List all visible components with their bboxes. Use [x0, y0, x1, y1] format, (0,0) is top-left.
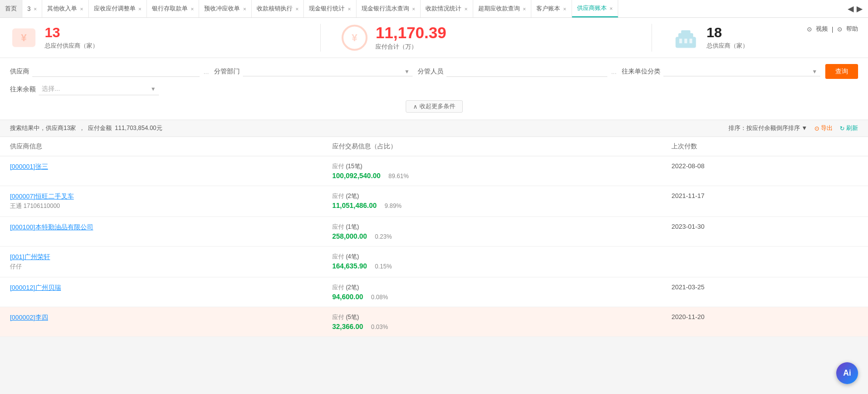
dept-select[interactable]: ▼ — [243, 67, 413, 76]
supplier-cell-2: [000007]恒旺二手叉车 王通 17106110000 — [10, 192, 332, 210]
tx-pct-2: 9.89% — [385, 202, 402, 209]
stat-payable-amount: ¥ 11,170.39 应付合计（万） — [320, 24, 651, 52]
nav-tab-prepay-ar[interactable]: 预收冲应收单 × — [199, 0, 251, 17]
supplier-dots[interactable]: ... — [204, 68, 209, 75]
nav-tab-3[interactable]: 3 × — [22, 0, 42, 17]
nav-scroll-arrows: ◀ ▶ — [842, 4, 868, 13]
nav-tab-overdue-ar-close[interactable]: × — [523, 6, 526, 12]
supplier-link-5[interactable]: [000012]广州贝瑞 — [10, 284, 61, 291]
nav-tab-cash-flow-close[interactable]: × — [412, 6, 415, 12]
nav-scroll-right[interactable]: ▶ — [855, 4, 864, 13]
export-button[interactable]: ⊙ 导出 — [814, 124, 833, 132]
table-row: [001]广州荣轩 仔仔 应付 (4笔) 164,635.90 0.15% — [0, 247, 868, 277]
category-filter: 往来单位分类 ▼ — [622, 67, 821, 76]
transaction-cell-3: 应付 (1笔) 258,000.00 0.23% — [332, 223, 671, 240]
supplier-name-3: 本特勤油品有限公司 — [35, 223, 93, 231]
nav-tab-receipt-verify[interactable]: 收款核销执行 × — [252, 0, 304, 17]
person-input[interactable] — [446, 66, 607, 77]
tx-amount-2[interactable]: 11,051,486.00 — [332, 201, 377, 209]
tx-amount-1[interactable]: 100,092,540.00 — [332, 172, 380, 180]
supplier-cell-3: [000100]本特勤油品有限公司 — [10, 223, 332, 232]
nav-tab-receipt-verify-close[interactable]: × — [295, 6, 298, 12]
nav-tab-cash-flow[interactable]: 现金银行流水查询 × — [357, 0, 421, 17]
total-suppliers-icon — [672, 24, 700, 52]
nav-tab-cash-bank-stat[interactable]: 现金银行统计 × — [304, 0, 356, 17]
supplier-code-1: [000001] — [10, 163, 35, 170]
dept-filter: 分管部门 ▼ — [214, 67, 413, 76]
nav-tab-cash-bank-stat-label: 现金银行统计 — [309, 4, 345, 13]
nav-tab-prepay-ar-close[interactable]: × — [243, 6, 246, 12]
supplier-input[interactable] — [32, 66, 200, 77]
sort-label: 排序：按应付余额倒序排序 — [728, 125, 800, 131]
result-amount-label: 应付金额 — [88, 124, 112, 132]
help-link[interactable]: 帮助 — [846, 25, 858, 33]
nav-tab-customer-ledger[interactable]: 客户账本 × — [531, 0, 572, 17]
tx-amount-3[interactable]: 258,000.00 — [332, 232, 367, 240]
supplier-contact-2: 王通 17106110000 — [10, 202, 332, 210]
supplier-link-6[interactable]: [000002]李四 — [10, 314, 48, 321]
supplier-code-5: [000012] — [10, 284, 35, 291]
supplier-link-2[interactable]: [000007]恒旺二手叉车 — [10, 193, 74, 200]
collapse-button[interactable]: ∧ 收起更多条件 — [406, 100, 463, 113]
balance-select[interactable]: 选择... ▼ — [39, 83, 159, 95]
nav-tab-other-income[interactable]: 其他收入单 × — [42, 0, 88, 17]
top-navigation: 首页 3 × 其他收入单 × 应收应付调整单 × 银行存取款单 × 预收冲应收单… — [0, 0, 868, 18]
tx-row-6: 32,366.00 0.03% — [332, 323, 671, 330]
tx-pct-1: 89.61% — [388, 173, 409, 180]
tx-label-1: 应付 (15笔) — [332, 162, 671, 171]
supplier-link-3[interactable]: [000100]本特勤油品有限公司 — [10, 223, 93, 231]
sort-button[interactable]: 排序：按应付余额倒序排序 ▼ — [728, 124, 807, 132]
tx-amount-6[interactable]: 32,366.00 — [332, 323, 363, 330]
query-button[interactable]: 查询 — [825, 64, 858, 79]
svg-rect-6 — [681, 30, 690, 35]
nav-tab-bank-deposit-close[interactable]: × — [191, 6, 194, 12]
nav-tab-customer-ledger-close[interactable]: × — [563, 6, 566, 12]
tx-amount-4[interactable]: 164,635.90 — [332, 262, 367, 270]
nav-tab-cash-bank-stat-close[interactable]: × — [348, 6, 351, 12]
nav-tab-3-close[interactable]: × — [34, 6, 37, 12]
export-label: 导出 — [821, 124, 833, 132]
refresh-button[interactable]: ↻ 刷新 — [840, 124, 858, 132]
table-row: [000002]李四 应付 (5笔) 32,366.00 0.03% 2020-… — [0, 307, 868, 337]
result-amount-separator: ， — [79, 124, 85, 132]
supplier-name-6: 李四 — [35, 314, 48, 321]
nav-tab-home[interactable]: 首页 — [0, 0, 22, 17]
col-header-supplier: 供应商信息 — [10, 142, 332, 151]
export-icon: ⊙ — [814, 125, 819, 132]
nav-tab-receipt-stat[interactable]: 收款情况统计 × — [421, 0, 473, 17]
nav-tab-supplier-ledger[interactable]: 供应商账本 × — [572, 0, 618, 17]
collapse-button-container: ∧ 收起更多条件 — [10, 99, 858, 116]
nav-tab-other-income-close[interactable]: × — [80, 6, 83, 12]
lastpay-cell-3: 2023-01-30 — [671, 223, 858, 230]
balance-value: 选择... — [42, 84, 150, 93]
svg-rect-8 — [684, 39, 687, 43]
supplier-name-2: 恒旺二手叉车 — [35, 193, 74, 200]
tx-pct-4: 0.15% — [375, 263, 392, 270]
tx-row-3: 258,000.00 0.23% — [332, 232, 671, 240]
lastpay-cell-1: 2022-08-08 — [671, 162, 858, 170]
nav-tab-receipt-stat-close[interactable]: × — [464, 6, 467, 12]
category-select[interactable]: ▼ — [663, 67, 821, 76]
tx-row-4: 164,635.90 0.15% — [332, 262, 671, 270]
supplier-link-4[interactable]: [001]广州荣轩 — [10, 253, 50, 261]
nav-tab-ar-ap-adjust-close[interactable]: × — [139, 6, 142, 12]
balance-arrow-icon: ▼ — [150, 86, 156, 92]
supplier-cell-5: [000012]广州贝瑞 — [10, 283, 332, 292]
nav-tab-supplier-ledger-close[interactable]: × — [610, 5, 613, 11]
nav-tab-overdue-ar[interactable]: 超期应收款查询 × — [473, 0, 531, 17]
svg-text:¥: ¥ — [352, 32, 358, 43]
supplier-link-1[interactable]: [000001]张三 — [10, 163, 48, 170]
tx-label-6: 应付 (5笔) — [332, 313, 671, 322]
right-actions: 排序：按应付余额倒序排序 ▼ ⊙ 导出 ↻ 刷新 — [728, 124, 858, 132]
transaction-cell-4: 应付 (4笔) 164,635.90 0.15% — [332, 253, 671, 270]
refresh-label: 刷新 — [846, 124, 858, 132]
nav-tab-bank-deposit[interactable]: 银行存取款单 × — [147, 0, 199, 17]
video-link[interactable]: 视频 — [816, 25, 828, 33]
tx-amount-5[interactable]: 94,600.00 — [332, 293, 363, 301]
tx-pct-6: 0.03% — [371, 324, 388, 330]
supplier-code-6: [000002] — [10, 314, 35, 321]
person-dots[interactable]: ... — [611, 68, 617, 75]
nav-scroll-left[interactable]: ◀ — [846, 4, 855, 13]
dept-arrow-icon: ▼ — [404, 68, 410, 74]
nav-tab-ar-ap-adjust[interactable]: 应收应付调整单 × — [89, 0, 147, 17]
